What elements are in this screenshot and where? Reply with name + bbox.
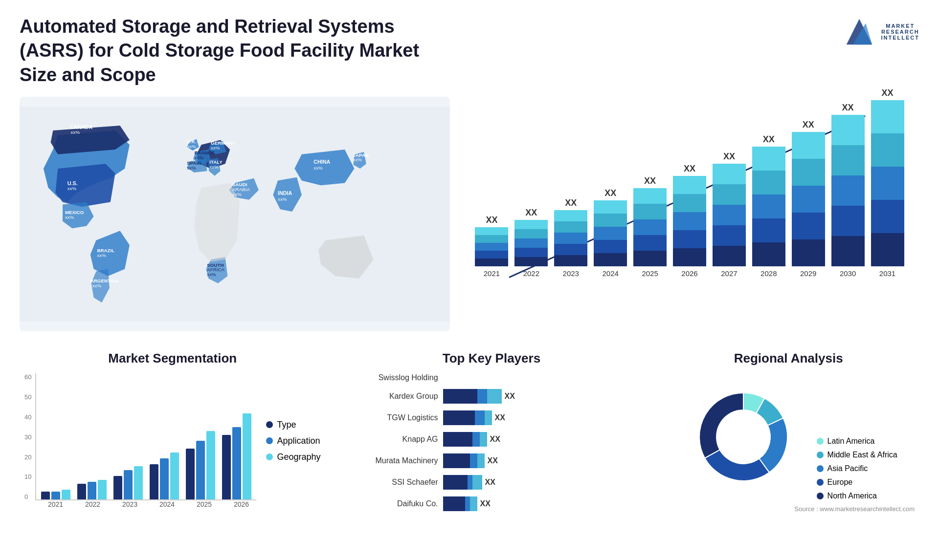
player-bar-seg1 — [443, 496, 465, 511]
svg-text:xx%: xx% — [313, 165, 323, 171]
legend-item-application: Application — [266, 436, 320, 446]
bar-seg-0 — [792, 239, 825, 266]
player-bar — [443, 389, 502, 404]
bar-label-2030: XX — [842, 103, 854, 113]
bar-seg-4 — [554, 210, 587, 221]
bar-group-2028: XX2028 — [751, 134, 786, 278]
seg-bar-application-2026 — [232, 427, 241, 499]
logo-icon — [842, 15, 876, 49]
svg-text:xx%: xx% — [71, 129, 80, 135]
bar-group-2029: XX2029 — [791, 120, 826, 278]
bar-seg-0 — [514, 257, 548, 266]
donut-chart — [680, 373, 807, 500]
donut-legend-item: Europe — [817, 478, 897, 487]
donut-segment-north-america — [699, 393, 743, 458]
bar-stack-2021 — [475, 227, 508, 266]
player-bar-seg3 — [480, 432, 487, 447]
bar-group-2031: XX2031 — [870, 88, 905, 278]
bar-stack-2025 — [633, 188, 667, 266]
bar-label-2031: XX — [882, 88, 894, 98]
donut-legend-dot — [817, 493, 824, 499]
player-row: Knapp AGXX — [340, 432, 643, 447]
bar-seg-3 — [871, 133, 904, 167]
svg-text:xx%: xx% — [65, 215, 74, 220]
seg-bar-application-2023 — [124, 470, 133, 499]
player-name: SSI Schaefer — [340, 478, 438, 487]
legend-item-type: Type — [266, 420, 320, 430]
bar-seg-3 — [673, 194, 706, 212]
player-bar — [443, 432, 487, 447]
bar-group-2026: XX2026 — [672, 164, 707, 278]
player-bar — [443, 496, 477, 511]
bar-seg-0 — [713, 246, 746, 266]
bar-stack-2031 — [871, 100, 904, 266]
seg-x-label-2023: 2023 — [114, 500, 145, 508]
player-name: Daifuku Co. — [340, 499, 438, 508]
bar-seg-1 — [752, 218, 785, 242]
svg-text:xx%: xx% — [232, 192, 242, 197]
legend-label: Geography — [277, 452, 320, 462]
bar-year-label: 2023 — [563, 269, 579, 278]
bar-seg-2 — [831, 175, 865, 206]
bar-seg-4 — [475, 227, 508, 235]
svg-text:xx%: xx% — [353, 157, 362, 163]
map-container: CANADA xx% U.S. xx% MEXICO xx% BRAZIL xx… — [20, 97, 450, 331]
player-bar-seg2 — [472, 432, 480, 447]
bar-year-label: 2026 — [681, 269, 697, 278]
player-bar-wrap: XX — [443, 496, 643, 511]
bar-seg-4 — [871, 100, 904, 133]
bar-seg-4 — [633, 188, 667, 204]
regional-wrap: Latin AmericaMiddle East & AfricaAsia Pa… — [662, 373, 915, 500]
donut-legend-dot — [817, 465, 824, 472]
bar-chart: XX2021XX2022XX2023XX2024XX2025XX2026XX20… — [474, 107, 905, 292]
regional-title: Regional Analysis — [662, 351, 915, 366]
seg-bar-geography-2022 — [98, 480, 107, 499]
seg-bar-application-2021 — [51, 492, 60, 499]
bar-stack-2024 — [594, 200, 627, 266]
player-bar-wrap: XX — [443, 389, 643, 404]
players-list: Swisslog HoldingKardex GroupXXTGW Logist… — [340, 373, 643, 511]
bar-seg-3 — [633, 204, 667, 219]
player-value: XX — [485, 478, 495, 487]
bar-year-label: 2021 — [484, 269, 500, 278]
donut-legend-label: Europe — [827, 478, 853, 487]
donut-legend-label: Middle East & Africa — [827, 451, 897, 459]
bar-seg-1 — [594, 240, 627, 253]
bar-group-2024: XX2024 — [593, 188, 628, 278]
segmentation-chart-wrap: 0 10 20 30 40 50 60 20212022202320242025… — [24, 373, 321, 508]
bar-label-2024: XX — [604, 188, 616, 198]
bar-year-label: 2024 — [602, 269, 618, 278]
logo-line1: MARKET — [886, 23, 915, 29]
player-name: Knapp AG — [340, 435, 438, 444]
seg-bar-application-2024 — [160, 458, 169, 499]
bar-label-2025: XX — [644, 176, 656, 186]
bar-seg-4 — [752, 147, 785, 171]
regional-section: Regional Analysis Latin AmericaMiddle Ea… — [657, 346, 919, 517]
player-bar-wrap: XX — [443, 453, 643, 468]
bar-seg-4 — [673, 176, 706, 194]
svg-text:xx%: xx% — [211, 145, 220, 151]
seg-bar-geography-2024 — [170, 452, 179, 499]
bar-group-2030: XX2030 — [830, 103, 865, 278]
bar-seg-1 — [831, 206, 865, 236]
seg-bar-type-2023 — [113, 476, 122, 499]
key-players-title: Top Key Players — [340, 351, 643, 366]
donut-legend-dot — [817, 452, 824, 458]
svg-text:xx%: xx% — [195, 155, 204, 160]
bar-seg-0 — [475, 258, 508, 266]
bar-seg-3 — [475, 235, 508, 243]
bar-seg-0 — [554, 255, 587, 266]
seg-bar-type-2022 — [77, 484, 86, 499]
seg-x-label-2022: 2022 — [77, 500, 108, 508]
bar-seg-3 — [831, 145, 865, 175]
segmentation-legend: TypeApplicationGeography — [266, 420, 320, 462]
player-bar-seg2 — [468, 475, 472, 490]
player-bar-seg3 — [487, 389, 502, 404]
seg-grouped-bars — [35, 373, 256, 500]
bar-label-2022: XX — [525, 208, 537, 218]
bar-seg-3 — [594, 214, 627, 227]
bar-stack-2026 — [673, 176, 706, 266]
donut-legend-dot — [817, 479, 824, 486]
svg-text:xx%: xx% — [67, 186, 77, 191]
seg-group-2022 — [77, 480, 107, 499]
